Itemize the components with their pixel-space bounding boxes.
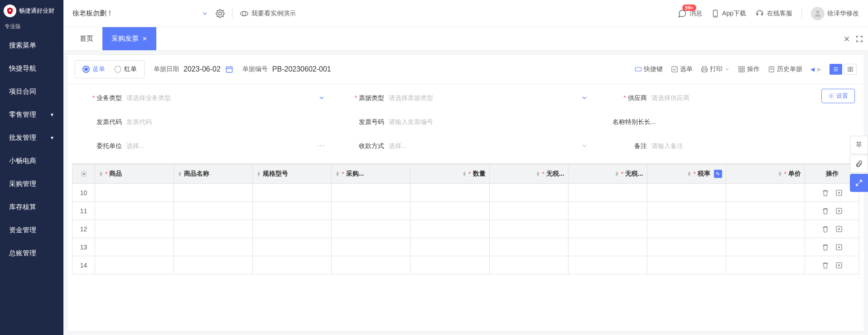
ellipsis-icon[interactable]: ···	[318, 142, 326, 149]
invoice-code-input[interactable]	[126, 118, 325, 125]
add-row-icon[interactable]	[835, 244, 843, 251]
cell[interactable]	[253, 184, 332, 202]
select-doc-button[interactable]: 选单	[671, 65, 693, 73]
sidebar-item-2[interactable]: 项目合同	[0, 80, 63, 103]
demo-link[interactable]: 我要看实例演示	[240, 9, 296, 18]
org-selector[interactable]: 徐老板勿删！	[72, 9, 208, 18]
pay-method-select[interactable]	[389, 139, 588, 153]
cell[interactable]	[726, 256, 805, 274]
delete-row-icon[interactable]	[822, 244, 829, 251]
cell[interactable]	[568, 220, 647, 238]
settings-button[interactable]: 设置	[821, 89, 855, 103]
cell[interactable]	[726, 202, 805, 220]
cell[interactable]	[95, 202, 174, 220]
column-tax-rate[interactable]: ▲▼*税率✎	[647, 164, 726, 184]
print-button[interactable]: 打印	[701, 65, 730, 73]
list-view-icon[interactable]	[829, 64, 842, 75]
column-purchase[interactable]: ▲▼*采购...	[332, 164, 410, 184]
download-button[interactable]: App下载	[711, 9, 746, 18]
close-all-icon[interactable]	[843, 35, 851, 43]
cell[interactable]	[647, 256, 726, 274]
sidebar-item-0[interactable]: 搜索菜单	[0, 34, 63, 57]
sidebar-item-9[interactable]: 总账管理	[0, 242, 63, 265]
vendor-input[interactable]	[651, 94, 843, 101]
bill-type-select[interactable]	[389, 91, 588, 105]
sidebar-item-4[interactable]: 批发管理▼	[0, 126, 63, 149]
cell[interactable]	[174, 256, 253, 274]
add-row-icon[interactable]	[835, 207, 843, 215]
shortcut-button[interactable]: 快捷键	[635, 65, 663, 73]
column-product-name[interactable]: ▲▼商品名称	[174, 164, 253, 184]
user-menu[interactable]: 徐泽华修改	[811, 7, 859, 20]
column-notax2[interactable]: ▲▼*无税...	[568, 164, 647, 184]
column-notax1[interactable]: ▲▼*无税...	[489, 164, 568, 184]
cell[interactable]	[174, 220, 253, 238]
column-unit-price[interactable]: ▲▼*单价	[726, 164, 805, 184]
pay-method-input[interactable]	[389, 142, 580, 149]
cell[interactable]	[726, 184, 805, 202]
cell[interactable]	[95, 256, 174, 274]
edit-icon[interactable]: ✎	[714, 170, 722, 178]
draft-button[interactable]: 草	[850, 136, 868, 154]
remark-input[interactable]	[651, 142, 850, 149]
cell[interactable]	[647, 238, 726, 256]
doc-date-value[interactable]: 2023-06-02	[183, 65, 221, 73]
tab-purchase-invoice[interactable]: 采购发票 ✕	[102, 27, 156, 50]
prev-icon[interactable]: ◀	[810, 66, 815, 72]
cell[interactable]	[410, 184, 489, 202]
cell[interactable]	[332, 220, 410, 238]
bill-type-input[interactable]	[389, 94, 580, 101]
cell[interactable]	[410, 220, 489, 238]
cell[interactable]	[489, 202, 568, 220]
cell[interactable]	[489, 238, 568, 256]
cell[interactable]	[332, 202, 410, 220]
sidebar-item-7[interactable]: 库存核算	[0, 196, 63, 219]
cell[interactable]	[726, 220, 805, 238]
table-row[interactable]: 12	[72, 220, 859, 238]
add-row-icon[interactable]	[835, 225, 843, 233]
biz-type-select[interactable]	[126, 91, 325, 105]
close-icon[interactable]: ✕	[142, 35, 147, 42]
column-qty[interactable]: ▲▼*数量	[410, 164, 489, 184]
cell[interactable]	[253, 256, 332, 274]
radio-red[interactable]: 红单	[114, 65, 137, 73]
sidebar-item-5[interactable]: 小畅电商	[0, 149, 63, 172]
cell[interactable]	[568, 202, 647, 220]
radio-blue[interactable]: 蓝单	[82, 65, 105, 73]
delete-row-icon[interactable]	[822, 189, 829, 196]
cell[interactable]	[95, 184, 174, 202]
attachment-button[interactable]	[850, 155, 868, 173]
long-name-input[interactable]	[661, 118, 850, 125]
column-spec[interactable]: ▲▼规格型号	[253, 164, 332, 184]
operate-button[interactable]: 操作	[738, 65, 760, 73]
table-row[interactable]: 11	[72, 202, 859, 220]
cell[interactable]	[726, 238, 805, 256]
sidebar-item-6[interactable]: 采购管理	[0, 172, 63, 196]
cell[interactable]	[647, 202, 726, 220]
cell[interactable]	[253, 202, 332, 220]
cell[interactable]	[568, 256, 647, 274]
cell[interactable]	[489, 256, 568, 274]
add-row-icon[interactable]	[835, 189, 843, 196]
table-row[interactable]: 10	[72, 184, 859, 202]
cell[interactable]	[410, 202, 489, 220]
sidebar-item-8[interactable]: 资金管理	[0, 219, 63, 242]
fullscreen-icon[interactable]	[855, 35, 863, 43]
cell[interactable]	[410, 238, 489, 256]
column-settings[interactable]	[72, 164, 95, 184]
cell[interactable]	[174, 202, 253, 220]
support-button[interactable]: 在线客服	[755, 9, 792, 18]
cell[interactable]	[332, 184, 410, 202]
cell[interactable]	[253, 220, 332, 238]
cell[interactable]	[174, 238, 253, 256]
cell[interactable]	[647, 220, 726, 238]
sidebar-item-3[interactable]: 零售管理▼	[0, 103, 63, 126]
cell[interactable]	[647, 184, 726, 202]
cell[interactable]	[410, 256, 489, 274]
invoice-no-input[interactable]	[389, 118, 588, 125]
expand-button[interactable]	[850, 174, 868, 192]
cell[interactable]	[332, 238, 410, 256]
table-row[interactable]: 14	[72, 256, 859, 274]
delete-row-icon[interactable]	[822, 207, 829, 215]
tab-home[interactable]: 首页	[71, 27, 102, 50]
